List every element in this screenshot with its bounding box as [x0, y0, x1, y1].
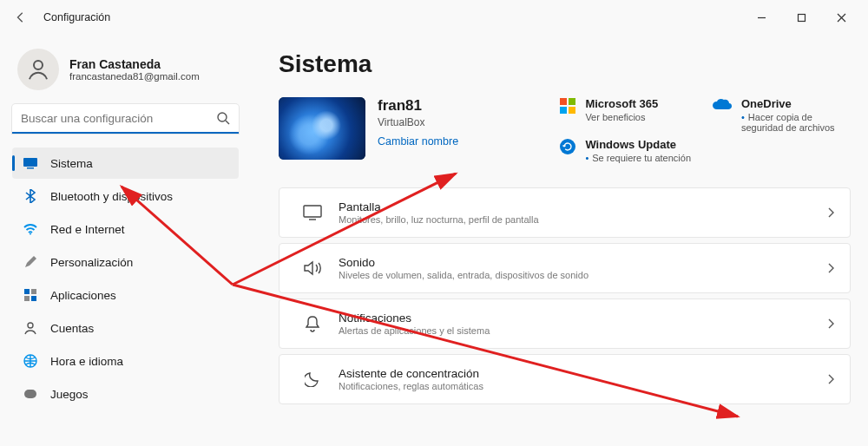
status-sub: Hacer copia de seguridad de archivos	[741, 112, 851, 133]
titlebar: Configuración	[0, 0, 868, 35]
search-input[interactable]	[12, 104, 239, 134]
bluetooth-icon	[23, 189, 38, 203]
update-icon	[559, 138, 576, 155]
svg-rect-20	[304, 206, 321, 217]
panel-notificaciones[interactable]: Notificaciones Alertas de aplicaciones y…	[279, 298, 851, 349]
pc-wallpaper-thumb	[279, 97, 365, 160]
user-card[interactable]: Fran Castaneda francastaneda81@gmail.com	[17, 49, 239, 90]
system-icon	[23, 157, 38, 169]
svg-rect-17	[560, 107, 567, 114]
main-content: Sistema fran81 VirtualBox Cambiar nombre	[247, 35, 868, 446]
panel-title: Sonido	[339, 256, 589, 269]
sidebar-item-personalizacion[interactable]: Personalización	[12, 246, 239, 278]
sidebar-item-cuentas[interactable]: Cuentas	[12, 312, 239, 344]
status-onedrive[interactable]: OneDrive Hacer copia de seguridad de arc…	[712, 97, 851, 133]
status-sub: Ver beneficios	[585, 112, 658, 122]
pc-model: VirtualBox	[378, 116, 458, 128]
sidebar-item-label: Bluetooth y dispositivos	[50, 190, 173, 203]
svg-rect-8	[24, 289, 30, 294]
pc-card: fran81 VirtualBox Cambiar nombre	[279, 97, 458, 163]
status-m365[interactable]: Microsoft 365 Ver beneficios	[559, 97, 691, 122]
close-button[interactable]	[821, 3, 861, 31]
status-title: Microsoft 365	[585, 97, 658, 110]
network-icon	[23, 223, 38, 235]
sidebar-item-sistema[interactable]: Sistema	[12, 148, 239, 179]
time-language-icon	[23, 354, 38, 368]
m365-icon	[559, 97, 576, 115]
sidebar: Fran Castaneda francastaneda81@gmail.com…	[0, 35, 247, 446]
svg-rect-16	[569, 98, 575, 105]
svg-point-19	[560, 139, 575, 154]
page-title: Sistema	[279, 50, 851, 78]
panel-sub: Monitores, brillo, luz nocturna, perfil …	[339, 214, 539, 225]
svg-point-12	[28, 323, 33, 328]
back-button[interactable]	[7, 3, 35, 31]
svg-line-4	[226, 121, 229, 124]
chevron-right-icon	[827, 207, 834, 218]
accounts-icon	[23, 321, 38, 335]
sound-icon	[297, 260, 328, 276]
app-title: Configuración	[43, 11, 110, 23]
chevron-right-icon	[827, 318, 834, 329]
svg-rect-9	[31, 289, 36, 294]
rename-pc-link[interactable]: Cambiar nombre	[378, 135, 458, 148]
svg-rect-18	[569, 107, 575, 114]
apps-icon	[23, 289, 38, 301]
maximize-button[interactable]	[781, 3, 821, 31]
sidebar-item-label: Hora e idioma	[50, 355, 123, 368]
minimize-button[interactable]	[741, 3, 781, 31]
avatar	[17, 49, 59, 90]
svg-rect-1	[798, 14, 805, 21]
moon-icon	[297, 371, 328, 387]
panel-asistente-concentracion[interactable]: Asistente de concentración Notificacione…	[279, 354, 851, 404]
panel-sub: Alertas de aplicaciones y el sistema	[339, 325, 490, 336]
svg-rect-10	[24, 296, 30, 301]
search-box[interactable]	[12, 104, 239, 134]
sidebar-item-label: Juegos	[50, 388, 89, 401]
status-title: Windows Update	[585, 138, 691, 151]
panel-sub: Niveles de volumen, salida, entrada, dis…	[339, 270, 589, 280]
svg-point-3	[218, 113, 227, 121]
svg-rect-15	[560, 98, 567, 105]
svg-rect-14	[24, 390, 36, 398]
gaming-icon	[23, 389, 38, 399]
svg-rect-5	[23, 158, 37, 167]
settings-panels: Pantalla Monitores, brillo, luz nocturna…	[279, 187, 851, 404]
svg-point-7	[30, 233, 31, 235]
status-sub: Se requiere tu atención	[585, 153, 691, 163]
sidebar-item-label: Personalización	[50, 256, 133, 269]
chevron-right-icon	[827, 263, 834, 273]
sidebar-item-label: Sistema	[50, 157, 93, 170]
sidebar-item-aplicaciones[interactable]: Aplicaciones	[12, 279, 239, 311]
sidebar-item-hora[interactable]: Hora e idioma	[12, 345, 239, 377]
panel-sonido[interactable]: Sonido Niveles de volumen, salida, entra…	[279, 243, 851, 293]
sidebar-item-bluetooth[interactable]: Bluetooth y dispositivos	[12, 180, 239, 212]
sidebar-item-red[interactable]: Red e Internet	[12, 213, 239, 245]
bell-icon	[297, 315, 328, 332]
panel-title: Notificaciones	[339, 312, 490, 325]
svg-point-2	[34, 61, 43, 69]
brush-icon	[23, 255, 38, 269]
onedrive-icon	[712, 97, 733, 111]
display-icon	[297, 205, 328, 220]
panel-title: Pantalla	[339, 200, 539, 213]
sidebar-item-label: Aplicaciones	[50, 289, 116, 302]
status-windows-update[interactable]: Windows Update Se requiere tu atención	[559, 138, 691, 163]
sidebar-item-label: Cuentas	[50, 322, 94, 335]
sidebar-item-label: Red e Internet	[50, 223, 125, 236]
sidebar-nav: Sistema Bluetooth y dispositivos Red e I…	[12, 148, 239, 410]
search-icon	[216, 111, 230, 125]
user-email: francastaneda81@gmail.com	[69, 71, 200, 82]
pc-name: fran81	[378, 97, 458, 115]
panel-pantalla[interactable]: Pantalla Monitores, brillo, luz nocturna…	[279, 187, 851, 238]
status-title: OneDrive	[741, 97, 851, 110]
user-name: Fran Castaneda	[69, 57, 200, 71]
chevron-right-icon	[827, 374, 834, 384]
svg-rect-11	[31, 296, 36, 301]
sidebar-item-juegos[interactable]: Juegos	[12, 378, 239, 410]
panel-title: Asistente de concentración	[339, 367, 483, 380]
svg-rect-6	[27, 167, 34, 169]
panel-sub: Notificaciones, reglas automáticas	[339, 381, 483, 391]
